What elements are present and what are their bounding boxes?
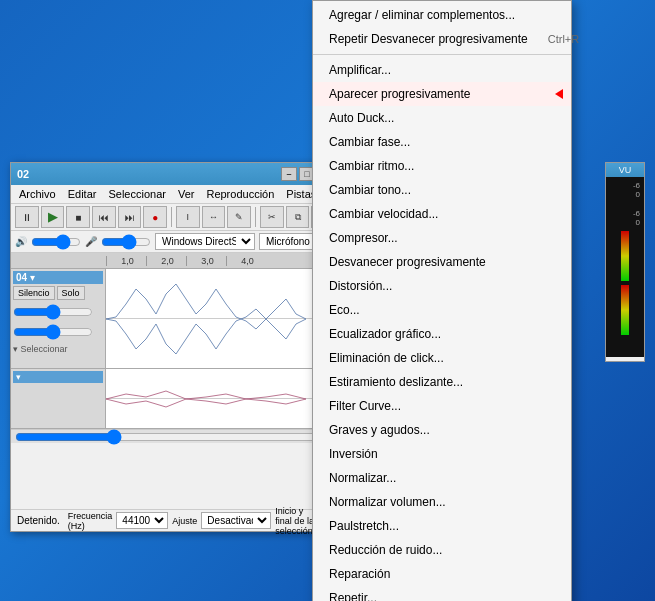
menu-ecualizador-grafico[interactable]: Ecualizador gráfico... [313, 322, 571, 346]
track-select-label[interactable]: ▾ Seleccionar [13, 344, 103, 354]
volume-icon: 🔊 [15, 236, 27, 247]
menu-eliminacion-click[interactable]: Eliminación de click... [313, 346, 571, 370]
menu-item-label: Distorsión... [329, 277, 392, 295]
selection-arrow-icon [555, 89, 563, 99]
horizontal-scrollbar[interactable] [11, 429, 339, 443]
menu-item-label: Auto Duck... [329, 109, 394, 127]
frequency-label: Frecuencia (Hz) [68, 511, 113, 531]
menu-item-label: Reparación [329, 565, 390, 583]
menu-item-label: Repetir Desvanecer progresivamente [329, 30, 528, 48]
menu-archivo[interactable]: Archivo [15, 187, 60, 201]
menu-item-label: Graves y agudos... [329, 421, 430, 439]
skip-fwd-button[interactable]: ⏭ [118, 206, 142, 228]
menu-filter-curve[interactable]: Filter Curve... [313, 394, 571, 418]
menu-normalizar-volumen[interactable]: Normalizar volumen... [313, 490, 571, 514]
solo-button[interactable]: Solo [57, 286, 85, 300]
vu-label-0: 0 [610, 190, 640, 199]
menu-desvanecer-progresivamente[interactable]: Desvanecer progresivamente [313, 250, 571, 274]
menu-estiramiento[interactable]: Estiramiento deslizante... [313, 370, 571, 394]
window-title: 02 [17, 168, 29, 180]
menu-cambiar-ritmo[interactable]: Cambiar ritmo... [313, 154, 571, 178]
vu-meter-window: VU -6 0 -6 0 [605, 162, 645, 362]
menu-item-label: Repetir... [329, 589, 377, 601]
minimize-button[interactable]: – [281, 167, 297, 181]
menu-auto-duck[interactable]: Auto Duck... [313, 106, 571, 130]
menu-distorsion[interactable]: Distorsión... [313, 274, 571, 298]
tools-copy[interactable]: ⧉ [286, 206, 310, 228]
status-bar: Detenido. Frecuencia (Hz) 44100 Ajuste D… [11, 509, 339, 531]
track-pan-container [13, 324, 103, 342]
menu-graves-agudos[interactable]: Graves y agudos... [313, 418, 571, 442]
tools-selection[interactable]: I [176, 206, 200, 228]
menu-inversion[interactable]: Inversión [313, 442, 571, 466]
ruler-mark-4: 4,0 [226, 256, 266, 266]
separator-1 [313, 54, 571, 55]
menu-item-label: Eco... [329, 301, 360, 319]
menu-reparacion[interactable]: Reparación [313, 562, 571, 586]
transport-toolbar: ⏸ ▶ ■ ⏮ ⏭ ● I ↔ ✎ ✂ ⧉ 📋 [11, 204, 339, 231]
vu-bar-2 [621, 285, 629, 335]
track-gain-slider[interactable] [13, 304, 93, 320]
menu-editar[interactable]: Editar [64, 187, 101, 201]
menu-repetir-desvanecer[interactable]: Repetir Desvanecer progresivamente Ctrl+… [313, 27, 571, 51]
track-info-1: 04 ▾ Silencio Solo ▾ Seleccionar [11, 269, 106, 368]
menu-item-label: Normalizar volumen... [329, 493, 446, 511]
tools-cut[interactable]: ✂ [260, 206, 284, 228]
output-device-select[interactable]: Windows DirectSou [155, 233, 255, 250]
menu-item-label: Cambiar ritmo... [329, 157, 414, 175]
menu-item-label: Eliminación de click... [329, 349, 444, 367]
vu-label-neg6-2: -6 [610, 209, 640, 218]
menu-agregar-complementos[interactable]: Agregar / eliminar complementos... [313, 3, 571, 27]
menu-eco[interactable]: Eco... [313, 298, 571, 322]
track-dropdown-icon[interactable]: ▾ [30, 272, 35, 283]
adjust-select[interactable]: Desactivado [201, 512, 271, 529]
menu-item-label: Estiramiento deslizante... [329, 373, 463, 391]
pause-button[interactable]: ⏸ [15, 206, 39, 228]
window-titlebar: 02 – □ ✕ [11, 163, 339, 185]
vu-label-neg6: -6 [610, 181, 640, 190]
menu-item-label: Reducción de ruido... [329, 541, 442, 559]
waveform-svg-1 [106, 269, 339, 368]
menu-cambiar-velocidad[interactable]: Cambiar velocidad... [313, 202, 571, 226]
menu-normalizar[interactable]: Normalizar... [313, 466, 571, 490]
tools-draw[interactable]: ✎ [227, 206, 251, 228]
menu-aparecer-progresivamente[interactable]: Aparecer progresivamente [313, 82, 571, 106]
waveform-svg-2 [106, 369, 339, 428]
record-button[interactable]: ● [143, 206, 167, 228]
menu-item-label: Ecualizador gráfico... [329, 325, 441, 343]
track-area-1: 04 ▾ Silencio Solo ▾ Seleccionar [11, 269, 339, 369]
menu-item-label: Filter Curve... [329, 397, 401, 415]
menu-compresor[interactable]: Compresor... [313, 226, 571, 250]
frequency-select[interactable]: 44100 [116, 512, 168, 529]
track-waveform-1[interactable] [106, 269, 339, 368]
menu-cambiar-tono[interactable]: Cambiar tono... [313, 178, 571, 202]
menu-reproduccion[interactable]: Reproducción [202, 187, 278, 201]
menu-ver[interactable]: Ver [174, 187, 199, 201]
track-label-2: ▾ [13, 371, 103, 383]
vu-label-0-2: 0 [610, 218, 640, 227]
menu-amplificar[interactable]: Amplificar... [313, 58, 571, 82]
scroll-slider[interactable] [15, 429, 335, 445]
track-pan-slider[interactable] [13, 324, 93, 340]
menu-paulstretch[interactable]: Paulstretch... [313, 514, 571, 538]
menu-item-label: Desvanecer progresivamente [329, 253, 486, 271]
input-volume-slider[interactable] [101, 234, 151, 250]
silence-button[interactable]: Silencio [13, 286, 55, 300]
output-volume-slider[interactable] [31, 234, 81, 250]
track-area-2: ▾ [11, 369, 339, 429]
adjust-label: Ajuste [172, 516, 197, 526]
skip-back-button[interactable]: ⏮ [92, 206, 116, 228]
status-text: Detenido. [17, 515, 60, 526]
menu-reduccion-ruido[interactable]: Reducción de ruido... [313, 538, 571, 562]
menu-repetir[interactable]: Repetir... [313, 586, 571, 601]
menu-item-label: Paulstretch... [329, 517, 399, 535]
menu-seleccionar[interactable]: Seleccionar [104, 187, 169, 201]
menu-item-label: Compresor... [329, 229, 398, 247]
menu-cambiar-fase[interactable]: Cambiar fase... [313, 130, 571, 154]
menu-item-label: Cambiar tono... [329, 181, 411, 199]
tools-zoom[interactable]: ↔ [202, 206, 226, 228]
ruler-mark-3: 3,0 [186, 256, 226, 266]
play-button[interactable]: ▶ [41, 206, 65, 228]
track-waveform-2[interactable] [106, 369, 339, 428]
stop-button[interactable]: ■ [66, 206, 90, 228]
